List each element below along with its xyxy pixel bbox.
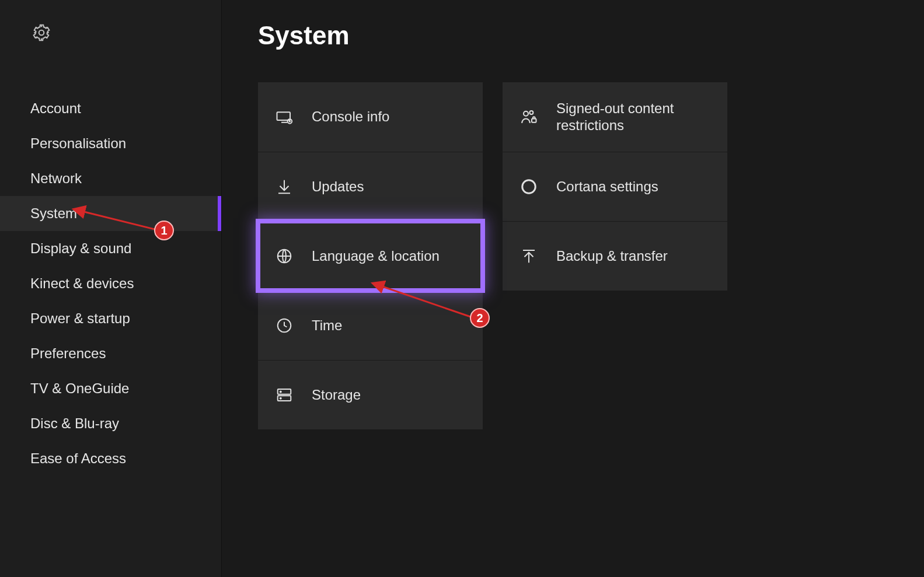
tile-label: Storage (312, 387, 361, 404)
sidebar-item-tv-oneguide[interactable]: TV & OneGuide (0, 371, 221, 406)
tile-label: Backup & transfer (556, 248, 668, 265)
sidebar-item-label: Preferences (30, 345, 106, 362)
tile-label: Cortana settings (556, 179, 658, 195)
tile-column-right: Signed-out content restrictions Cortana … (503, 82, 727, 429)
sidebar-item-label: Network (30, 170, 82, 187)
sidebar-item-label: TV & OneGuide (30, 380, 129, 397)
sidebar-item-disc-bluray[interactable]: Disc & Blu-ray (0, 406, 221, 441)
tile-storage[interactable]: Storage (258, 360, 483, 429)
sidebar-item-network[interactable]: Network (0, 161, 221, 196)
tile-language-location[interactable]: Language & location (258, 221, 483, 291)
people-lock-icon (519, 107, 539, 127)
page-title: System (258, 21, 888, 50)
svg-point-0 (39, 30, 44, 36)
sidebar-item-kinect-devices[interactable]: Kinect & devices (0, 266, 221, 301)
sidebar-item-system[interactable]: System (0, 196, 221, 231)
sidebar-item-display-sound[interactable]: Display & sound (0, 231, 221, 266)
tile-console-info[interactable]: Console info (258, 82, 483, 152)
tile-label: Language & location (312, 248, 440, 265)
console-info-icon (274, 107, 294, 127)
sidebar-item-label: Disc & Blu-ray (30, 415, 119, 432)
sidebar-nav: Account Personalisation Network System D… (0, 91, 221, 476)
sidebar-item-ease-of-access[interactable]: Ease of Access (0, 441, 221, 476)
sidebar-item-label: Power & startup (30, 310, 130, 327)
svg-point-10 (529, 110, 533, 114)
globe-icon (274, 246, 294, 266)
sidebar-item-label: Display & sound (30, 240, 131, 257)
tile-column-left: Console info Updates (258, 82, 483, 429)
sidebar: Account Personalisation Network System D… (0, 0, 222, 577)
sidebar-item-label: Kinect & devices (30, 275, 134, 292)
sidebar-item-personalisation[interactable]: Personalisation (0, 126, 221, 161)
circle-icon (519, 177, 539, 197)
tile-backup-transfer[interactable]: Backup & transfer (503, 221, 727, 291)
upload-icon (519, 246, 539, 266)
svg-rect-1 (277, 112, 291, 120)
sidebar-header (0, 23, 221, 44)
storage-icon (274, 385, 294, 405)
svg-point-8 (280, 398, 281, 399)
tile-label: Signed-out content restrictions (556, 100, 714, 134)
sidebar-item-preferences[interactable]: Preferences (0, 336, 221, 371)
tile-label: Console info (312, 109, 389, 125)
tile-updates[interactable]: Updates (258, 152, 483, 221)
gear-icon[interactable] (32, 34, 51, 44)
download-icon (274, 177, 294, 197)
tile-cortana-settings[interactable]: Cortana settings (503, 152, 727, 221)
sidebar-item-label: System (30, 205, 77, 222)
tile-time[interactable]: Time (258, 291, 483, 360)
app-root: Account Personalisation Network System D… (0, 0, 924, 577)
tile-label: Time (312, 317, 342, 334)
main-content: System Console info (222, 0, 924, 577)
svg-point-9 (524, 111, 528, 116)
sidebar-item-power-startup[interactable]: Power & startup (0, 301, 221, 336)
clock-icon (274, 316, 294, 335)
svg-point-7 (280, 391, 281, 392)
sidebar-item-label: Ease of Access (30, 450, 126, 467)
tile-grid: Console info Updates (258, 82, 888, 429)
tile-label: Updates (312, 179, 364, 195)
tile-signed-out-restrictions[interactable]: Signed-out content restrictions (503, 82, 727, 152)
svg-rect-11 (532, 118, 536, 122)
sidebar-item-label: Personalisation (30, 135, 126, 152)
svg-point-12 (522, 180, 536, 194)
sidebar-item-account[interactable]: Account (0, 91, 221, 126)
sidebar-item-label: Account (30, 100, 81, 117)
